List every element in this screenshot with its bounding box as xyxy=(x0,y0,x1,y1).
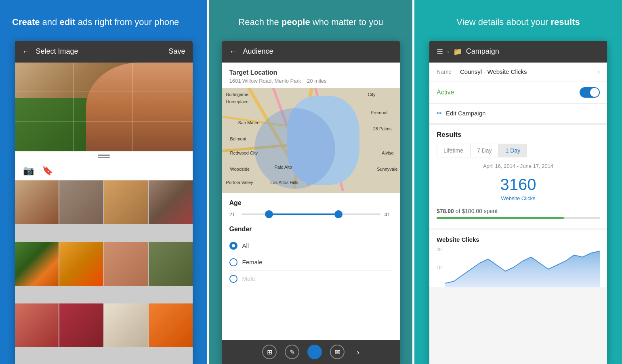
save-button[interactable]: Save xyxy=(168,47,185,56)
map-label-28palms: 28 Palms xyxy=(373,126,392,131)
budget-bar-bg xyxy=(437,217,600,219)
gender-section: Gender All Female Male xyxy=(229,226,393,287)
results-tabs: Lifetime 7 Day 1 Day xyxy=(437,144,600,157)
budget-spent: $78.00 xyxy=(437,208,454,214)
nav-icon-grid[interactable]: ⊞ xyxy=(262,345,277,359)
big-number-label: Website Clicks xyxy=(437,195,600,201)
age-slider-fill xyxy=(269,213,338,215)
drag-handle[interactable] xyxy=(15,151,193,161)
active-row: Active xyxy=(429,82,607,104)
panel1-phone-screen: ← Select Image Save xyxy=(15,41,193,364)
edit-pencil-icon: ✏ xyxy=(437,109,442,117)
panel-3: View details about your results ☰ › 📁 Ca… xyxy=(414,0,622,364)
photo-cell-12[interactable] xyxy=(149,303,193,347)
header-grid-icon[interactable]: ☰ xyxy=(437,47,443,56)
big-number-value: 3160 xyxy=(500,176,536,193)
nav-icon-people[interactable]: 👤 xyxy=(307,345,322,359)
map-label-city: City xyxy=(368,92,376,97)
screen1-header: ← Select Image Save xyxy=(15,41,193,63)
age-thumb-max[interactable] xyxy=(334,210,343,218)
radio-row-all[interactable]: All xyxy=(229,238,393,254)
radio-row-male[interactable]: Male xyxy=(229,271,393,287)
tab-7day[interactable]: 7 Day xyxy=(470,144,499,157)
map-label-portola: Portola Valley xyxy=(226,180,253,185)
screen2-title: Audience xyxy=(243,47,273,56)
photo-cell-8[interactable] xyxy=(149,242,193,286)
active-toggle[interactable] xyxy=(580,87,600,98)
photo-cell-7[interactable] xyxy=(104,242,148,286)
tab-lifetime[interactable]: Lifetime xyxy=(437,144,470,157)
radio-all[interactable] xyxy=(229,242,237,250)
results-section: Results Lifetime 7 Day 1 Day April 16, 2… xyxy=(429,125,607,228)
nav-icon-edit[interactable]: ✎ xyxy=(285,345,299,359)
photo-cell-4[interactable] xyxy=(149,180,193,224)
map-label-burlingame: Burlingame xyxy=(226,92,249,97)
main-image-bg xyxy=(15,63,193,151)
chart-title: Website Clicks xyxy=(437,236,600,243)
radio-male[interactable] xyxy=(229,275,237,283)
chart-y-label-10: 10 xyxy=(437,265,441,270)
panel-2: Reach the people who matter to you ← Aud… xyxy=(207,0,414,364)
tabs-row: 📷 🔖 xyxy=(15,161,193,180)
screen3-header: ☰ › 📁 Campaign xyxy=(429,41,607,63)
campaign-name-row[interactable]: Name Counsyl - Website Clicks › xyxy=(429,63,607,82)
map-bg: Burlingame Homeplace San Mateo Belmont R… xyxy=(222,88,400,193)
edit-campaign-row[interactable]: ✏ Edit Campaign xyxy=(429,104,607,125)
campaign-name-chevron: › xyxy=(598,68,600,75)
map-label-losaltos: Los Altos Hills xyxy=(271,180,298,185)
radio-female-label: Female xyxy=(242,259,263,266)
camera-tab-icon[interactable]: 📷 xyxy=(23,165,34,176)
chart-section: Website Clicks 20 10 xyxy=(429,230,607,287)
budget-total: of $100.00 spent xyxy=(454,208,498,214)
active-label: Active xyxy=(437,89,454,96)
map-label-sunnyvale: Sunnyvale xyxy=(377,167,397,172)
panel3-phone-screen: ☰ › 📁 Campaign Name Counsyl - Website Cl… xyxy=(429,41,607,364)
handle-lines xyxy=(98,155,110,158)
age-slider-track[interactable] xyxy=(242,213,380,215)
bookmark-tab-icon[interactable]: 🔖 xyxy=(42,165,53,176)
radio-female[interactable] xyxy=(229,258,237,266)
photo-cell-9[interactable] xyxy=(15,303,59,347)
map-container[interactable]: Burlingame Homeplace San Mateo Belmont R… xyxy=(222,88,400,193)
header-folder-icon: 📁 xyxy=(453,47,462,56)
screen3-content: Name Counsyl - Website Clicks › Active ✏… xyxy=(429,63,607,364)
panel2-headline: Reach the people who matter to you xyxy=(221,16,400,29)
target-location-subtitle: 1601 Willow Road, Menlo Park + 20 miles xyxy=(229,78,393,84)
grid-overlay xyxy=(15,63,193,151)
radio-row-female[interactable]: Female xyxy=(229,254,393,271)
photo-cell-1[interactable] xyxy=(15,180,59,224)
radio-all-label: All xyxy=(242,242,249,249)
photo-grid xyxy=(15,180,193,364)
chart-area: 20 10 xyxy=(437,247,600,287)
panel2-phone-screen: ← Audience Target Location 1601 Willow R… xyxy=(222,41,400,364)
screen2-bottom-nav: ⊞ ✎ 👤 ✉ › xyxy=(222,340,400,364)
chart-svg xyxy=(437,247,600,287)
budget-bar-fill xyxy=(437,217,564,219)
map-label-belmont: Belmont xyxy=(230,136,246,141)
age-thumb-min[interactable] xyxy=(265,210,273,218)
photo-cell-5[interactable] xyxy=(15,242,59,286)
target-location-title: Target Location xyxy=(229,69,393,76)
photo-cell-11[interactable] xyxy=(104,303,148,347)
photo-cell-2[interactable] xyxy=(59,180,103,224)
main-image-container xyxy=(15,63,193,151)
budget-row: $78.00 of $100.00 spent xyxy=(437,208,600,219)
handle-line xyxy=(98,157,110,158)
photo-cell-10[interactable] xyxy=(59,303,103,347)
screen2-back-arrow[interactable]: ← xyxy=(229,47,237,56)
age-section-title: Age xyxy=(229,199,393,207)
map-label-homeplace: Homeplace xyxy=(226,99,249,104)
gender-section-title: Gender xyxy=(229,226,393,233)
map-label-sanmateo: San Mateo xyxy=(238,120,260,125)
age-range-row: 21 41 xyxy=(229,211,393,218)
nav-icon-mail[interactable]: ✉ xyxy=(330,345,345,359)
photo-cell-3[interactable] xyxy=(104,180,148,224)
tab-1day[interactable]: 1 Day xyxy=(499,144,527,157)
photo-cell-6[interactable] xyxy=(59,242,103,286)
back-arrow-icon[interactable]: ← xyxy=(22,47,30,56)
panel1-headline: Create and edit ads right from your phon… xyxy=(12,16,195,29)
nav-chevron-icon[interactable]: › xyxy=(357,347,359,357)
campaign-name-label: Name xyxy=(437,69,457,75)
screen3-title: Campaign xyxy=(466,47,499,56)
edit-campaign-label: Edit Campaign xyxy=(446,110,485,117)
